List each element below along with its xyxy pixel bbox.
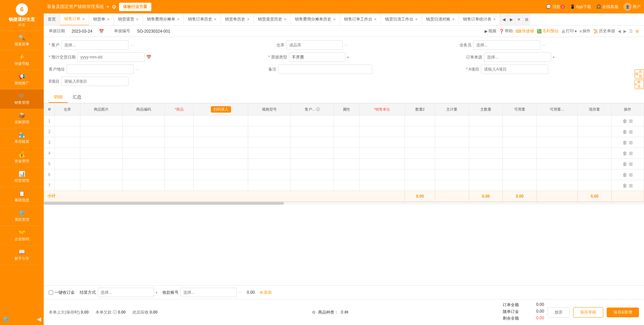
delete-icon[interactable]: 🗑: [622, 129, 627, 134]
sidebar-item-purchase[interactable]: 📦 采购管理: [0, 109, 44, 128]
online-service-item[interactable]: 🎧 在线客服: [596, 4, 618, 10]
sidebar-item-quicknav[interactable]: ⚡ 快捷导航: [0, 50, 44, 70]
scan-button[interactable]: 扫码录入: [211, 106, 231, 113]
row-main-qty[interactable]: [469, 116, 503, 126]
delete-icon[interactable]: 🗑: [622, 172, 627, 177]
tab-sales-return-history[interactable]: 销货退货历史 ✕: [254, 13, 291, 26]
grid-view-icon[interactable]: ⊞: [636, 29, 639, 34]
tab-daily-reconcile[interactable]: 钱货日清对账 ✕: [422, 13, 459, 26]
row-main-unit[interactable]: [435, 116, 469, 126]
tab-sales-invoice-history[interactable]: 销货单历史 ✕: [221, 13, 254, 26]
dropdown-arrow-icon[interactable]: ▾: [107, 4, 109, 9]
order-source-input[interactable]: [484, 52, 551, 62]
row-available2[interactable]: [537, 126, 578, 137]
sidebar-item-inventory[interactable]: 🏪 库存核算: [0, 128, 44, 148]
delete-icon[interactable]: 🗑: [622, 140, 627, 145]
tab-close-icon[interactable]: ✕: [107, 17, 110, 21]
industry-plan-button[interactable]: 体验行业方案: [119, 3, 151, 11]
app-download-item[interactable]: 📱 App下载: [570, 4, 591, 10]
tab-expense-history[interactable]: 销售费用分摊单历史 ✕: [291, 13, 340, 26]
invoice-type-input[interactable]: [289, 52, 345, 62]
history-action[interactable]: 📜 历史单据: [593, 28, 615, 34]
tab-home[interactable]: 首页: [44, 13, 60, 26]
prev-record-icon[interactable]: ◀: [618, 29, 621, 34]
sidebar-item-guide[interactable]: 📖 新手引导: [0, 245, 44, 265]
order-source-dropdown-icon[interactable]: ▾: [553, 55, 555, 59]
copy-icon[interactable]: ⊞: [629, 161, 633, 167]
add-button[interactable]: ⊕ 添加: [260, 290, 272, 295]
tab-detail[interactable]: 明细: [49, 92, 68, 103]
calendar-icon[interactable]: 📅: [99, 29, 104, 34]
user-item[interactable]: 👤 用户: [623, 3, 641, 11]
row-code[interactable]: [122, 116, 165, 126]
row-spec[interactable]: [248, 126, 291, 137]
sidebar-item-enterprise[interactable]: 🤝 企业协同: [0, 226, 44, 245]
tab-sales-workbench[interactable]: 销售订单工作台 ✕: [340, 13, 381, 26]
next-record-icon[interactable]: ▶: [623, 29, 627, 34]
delete-icon[interactable]: 🗑: [622, 183, 627, 188]
settings-gear-icon[interactable]: ⚙: [112, 4, 116, 10]
one-click-checkbox[interactable]: [49, 290, 53, 295]
tab-sales-invoice[interactable]: 销货单 ✕: [89, 13, 114, 26]
row-available[interactable]: [503, 126, 537, 137]
sidebar-item-basic-info[interactable]: 📋 基础信息: [0, 187, 44, 206]
row-current[interactable]: [577, 126, 611, 137]
row-main-unit[interactable]: [435, 126, 469, 137]
row-attr[interactable]: [334, 126, 359, 137]
copy-icon[interactable]: ⊞: [629, 183, 633, 188]
scrollbar-thumb[interactable]: [44, 202, 284, 205]
tab-close-icon[interactable]: ✕: [214, 17, 217, 21]
tab-close-icon[interactable]: ✕: [82, 17, 85, 21]
list-view-icon[interactable]: ☰: [629, 29, 633, 34]
logistics-float-button[interactable]: + 物流: [635, 80, 644, 89]
profit-action[interactable]: 💹 毛利预估: [537, 28, 559, 34]
tab-close-icon[interactable]: ✕: [333, 17, 336, 21]
delete-icon[interactable]: 🗑: [622, 161, 627, 167]
sidebar-item-search[interactable]: 🔍 搜索菜单: [0, 31, 44, 50]
tab-close-icon[interactable]: ✕: [247, 17, 250, 21]
staff-input[interactable]: [473, 40, 540, 50]
save-draft-button[interactable]: 保存草稿: [573, 307, 603, 318]
video-action[interactable]: ▶ 视频: [485, 28, 496, 34]
customer-input[interactable]: [61, 40, 128, 50]
settings-float-button[interactable]: ⚙ 设置: [635, 69, 644, 79]
tab-sales-return[interactable]: 销货退货 ✕: [114, 13, 143, 26]
tab-close-icon[interactable]: ✕: [284, 17, 287, 21]
row-available[interactable]: [503, 116, 537, 126]
sidebar-item-marketing[interactable]: 📢 营销推广: [0, 70, 44, 89]
b-project-input[interactable]: [61, 77, 128, 86]
copy-icon[interactable]: ⊞: [629, 140, 633, 145]
copy-icon[interactable]: ⊞: [629, 172, 633, 177]
tab-close-icon[interactable]: ✕: [136, 17, 139, 21]
save-new-button[interactable]: 保存&新增: [607, 308, 639, 317]
tab-close-icon[interactable]: ✕: [415, 17, 418, 21]
shortcut-action[interactable]: ⌨ 快捷键: [516, 28, 534, 34]
row-product[interactable]: [165, 116, 193, 126]
a-project-input[interactable]: [481, 65, 548, 74]
tab-sales-order[interactable]: 销售订单 ✕: [60, 13, 89, 26]
row-main-qty[interactable]: [469, 126, 503, 137]
row-product[interactable]: [165, 126, 193, 137]
row-attr[interactable]: [334, 116, 359, 126]
print-action[interactable]: 🖨 打印 ▾: [561, 28, 577, 34]
row-unit[interactable]: [359, 116, 405, 126]
address-input[interactable]: [67, 65, 134, 74]
tab-nav-prev[interactable]: ◀: [500, 13, 507, 26]
sidebar-collapse-icon[interactable]: ◀: [37, 316, 41, 322]
col-settings-header[interactable]: ⚙: [44, 104, 55, 116]
row-spec[interactable]: [248, 116, 291, 126]
delete-icon[interactable]: 🗑: [622, 151, 627, 156]
tab-close-icon[interactable]: ✕: [452, 17, 455, 21]
row-code[interactable]: [122, 137, 165, 148]
address-dots[interactable]: ···: [136, 67, 139, 72]
notification-item[interactable]: 💬 消息 8: [546, 4, 565, 10]
sidebar-settings-icon[interactable]: ⚙️: [3, 316, 9, 322]
invoice-dropdown-icon[interactable]: ▾: [347, 55, 349, 59]
row-customer-code[interactable]: [291, 126, 334, 137]
sidebar-item-finance[interactable]: 💰 资金管理: [0, 148, 44, 167]
tab-close-icon[interactable]: ✕: [177, 17, 180, 21]
row-unit[interactable]: [359, 126, 405, 137]
sidebar-item-sales[interactable]: 🛒 销售管理: [0, 89, 44, 109]
copy-icon[interactable]: ⊞: [629, 129, 633, 134]
row-warehouse[interactable]: [55, 116, 80, 126]
